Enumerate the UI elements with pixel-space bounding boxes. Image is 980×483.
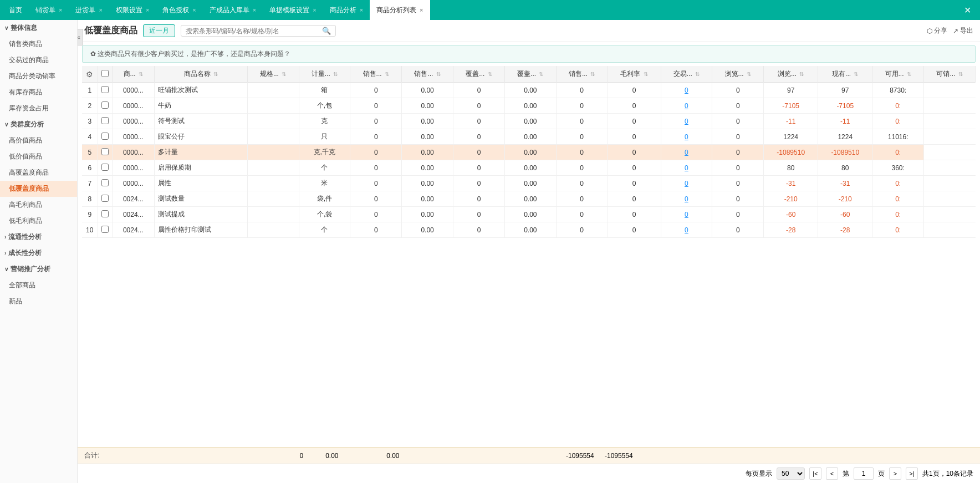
close-icon[interactable]: × bbox=[146, 7, 149, 13]
last-page-button[interactable]: >| bbox=[906, 467, 918, 480]
row-name: 牛奶 bbox=[154, 98, 247, 114]
sidebar-item-high-value[interactable]: 高价值商品 bbox=[0, 133, 77, 149]
nav-home[interactable]: 首页 bbox=[2, 0, 29, 20]
code-col-header[interactable]: 商... ⇅ bbox=[112, 66, 154, 83]
nav-product-analysis-list[interactable]: 商品分析列表 × bbox=[370, 0, 430, 20]
sidebar-item-low-margin[interactable]: 低毛利商品 bbox=[0, 213, 77, 229]
close-icon[interactable]: × bbox=[420, 7, 423, 13]
sidebar-section-marketing[interactable]: ∨ 营销推广分析 bbox=[0, 261, 77, 277]
sidebar-item-low-coverage[interactable]: 低覆盖度商品 bbox=[0, 181, 77, 197]
checkbox-col-header[interactable] bbox=[98, 66, 112, 83]
nav-role-auth[interactable]: 角色授权 × bbox=[156, 0, 202, 20]
sidebar-item-low-value[interactable]: 低价值商品 bbox=[0, 149, 77, 165]
sidebar-collapse-button[interactable]: « bbox=[78, 29, 83, 45]
margin-col-header[interactable]: 毛利率 ⇅ bbox=[608, 66, 661, 83]
row-checkbox[interactable] bbox=[98, 129, 112, 145]
close-icon[interactable]: × bbox=[192, 7, 196, 13]
sidebar-item-sales-products[interactable]: 销售类商品 bbox=[0, 36, 77, 52]
sidebar-section-circulation[interactable]: › 流通性分析 bbox=[0, 229, 77, 245]
close-icon[interactable]: × bbox=[99, 7, 102, 13]
select-all-checkbox[interactable] bbox=[101, 70, 109, 77]
prev-page-button[interactable]: < bbox=[826, 467, 838, 480]
settings-icon[interactable]: ⚙ bbox=[86, 70, 93, 79]
share-icon: ⬡ bbox=[927, 27, 932, 35]
browse1-col-header[interactable]: 浏览... ⇅ bbox=[712, 66, 764, 83]
row-s10: 1224 bbox=[818, 129, 872, 145]
close-icon[interactable]: × bbox=[253, 7, 256, 13]
share-button[interactable]: ⬡ 分享 bbox=[927, 26, 947, 35]
coverage2-col-header[interactable]: 覆盖... ⇅ bbox=[504, 66, 556, 83]
sidebar-item-new-products[interactable]: 新品 bbox=[0, 293, 77, 309]
table-header-row: ⚙ 商... ⇅ 商品名称 ⇅ 规格... ⇅ 计量... ⇅ 销售... ⇅ … bbox=[82, 66, 976, 83]
row-s5: 0 bbox=[556, 222, 608, 238]
page-number-input[interactable] bbox=[854, 467, 874, 480]
close-icon[interactable]: × bbox=[313, 7, 316, 13]
row-checkbox[interactable] bbox=[98, 207, 112, 222]
nav-purchase-order[interactable]: 进货单 × bbox=[69, 0, 109, 20]
row-s3: 0 bbox=[453, 98, 505, 114]
sidebar-item-traded-products[interactable]: 交易过的商品 bbox=[0, 52, 77, 68]
close-icon[interactable]: × bbox=[59, 7, 62, 13]
row-checkbox[interactable] bbox=[98, 160, 112, 176]
row-s10: -31 bbox=[818, 176, 872, 191]
row-s6: 0 bbox=[608, 222, 661, 238]
close-icon[interactable]: × bbox=[360, 7, 363, 13]
row-s8: 0 bbox=[712, 207, 764, 222]
salable-col-header[interactable]: 可销... ⇅ bbox=[924, 66, 976, 83]
sidebar-item-stock-capital[interactable]: 库存资金占用 bbox=[0, 100, 77, 116]
row-name: 多计量 bbox=[154, 145, 247, 160]
search-icon[interactable]: 🔍 bbox=[322, 27, 331, 35]
first-page-button[interactable]: |< bbox=[809, 467, 821, 480]
row-s9: -1089510 bbox=[764, 145, 818, 160]
row-checkbox[interactable] bbox=[98, 176, 112, 191]
sidebar-item-high-coverage[interactable]: 高覆盖度商品 bbox=[0, 165, 77, 181]
sidebar-item-high-margin[interactable]: 高毛利商品 bbox=[0, 197, 77, 213]
nav-product-analysis[interactable]: 商品分析 × bbox=[323, 0, 370, 20]
sales3-col-header[interactable]: 销售... ⇅ bbox=[556, 66, 608, 83]
spec-col-header[interactable]: 规格... ⇅ bbox=[247, 66, 299, 83]
nav-permission-settings[interactable]: 权限设置 × bbox=[109, 0, 156, 20]
row-s4: 0.00 bbox=[504, 83, 556, 98]
nav-product-entry[interactable]: 产成品入库单 × bbox=[203, 0, 263, 20]
row-checkbox[interactable] bbox=[98, 114, 112, 129]
row-s4: 0.00 bbox=[504, 145, 556, 160]
sidebar-section-overall[interactable]: ∨ 整体信息 bbox=[0, 20, 77, 36]
row-num: 1 bbox=[82, 83, 98, 98]
nav-template-settings[interactable]: 单据模板设置 × bbox=[263, 0, 323, 20]
current-stock-col-header[interactable]: 现有... ⇅ bbox=[818, 66, 872, 83]
sidebar-section-growth[interactable]: › 成长性分析 bbox=[0, 245, 77, 261]
available-stock-col-header[interactable]: 可用... ⇅ bbox=[872, 66, 924, 83]
sales2-col-header[interactable]: 销售... ⇅ bbox=[402, 66, 453, 83]
sidebar-item-category-turnover[interactable]: 商品分类动销率 bbox=[0, 68, 77, 84]
row-s9: -28 bbox=[764, 222, 818, 238]
row-code: 0000... bbox=[112, 114, 154, 129]
row-checkbox[interactable] bbox=[98, 222, 112, 238]
settings-col-header[interactable]: ⚙ bbox=[82, 66, 98, 83]
row-code: 0000... bbox=[112, 129, 154, 145]
sidebar-item-in-stock[interactable]: 有库存商品 bbox=[0, 84, 77, 100]
trade-col-header[interactable]: 交易... ⇅ bbox=[661, 66, 712, 83]
close-all-tabs-button[interactable]: ✕ bbox=[957, 5, 978, 16]
next-page-button[interactable]: > bbox=[889, 467, 901, 480]
row-checkbox[interactable] bbox=[98, 98, 112, 114]
export-button[interactable]: ↗ 导出 bbox=[953, 26, 973, 35]
sidebar-section-group-analysis[interactable]: ∨ 类群度分析 bbox=[0, 116, 77, 133]
search-input[interactable] bbox=[186, 27, 322, 35]
row-spec bbox=[247, 145, 299, 160]
unit-col-header[interactable]: 计量... ⇅ bbox=[299, 66, 350, 83]
row-checkbox[interactable] bbox=[98, 191, 112, 207]
browse2-col-header[interactable]: 浏览... ⇅ bbox=[764, 66, 818, 83]
nav-sales-order[interactable]: 销货单 × bbox=[29, 0, 69, 20]
coverage1-col-header[interactable]: 覆盖... ⇅ bbox=[453, 66, 505, 83]
row-checkbox[interactable] bbox=[98, 145, 112, 160]
row-s5: 0 bbox=[556, 145, 608, 160]
row-s5: 0 bbox=[556, 83, 608, 98]
sidebar-item-all-products[interactable]: 全部商品 bbox=[0, 277, 77, 293]
page-size-select[interactable]: 50 100 200 bbox=[777, 467, 805, 480]
row-checkbox[interactable] bbox=[98, 83, 112, 98]
row-s11: 11016: bbox=[872, 129, 924, 145]
row-num: 6 bbox=[82, 160, 98, 176]
sales1-col-header[interactable]: 销售... ⇅ bbox=[350, 66, 402, 83]
name-col-header[interactable]: 商品名称 ⇅ bbox=[154, 66, 247, 83]
filter-period-button[interactable]: 近一月 bbox=[143, 24, 175, 37]
